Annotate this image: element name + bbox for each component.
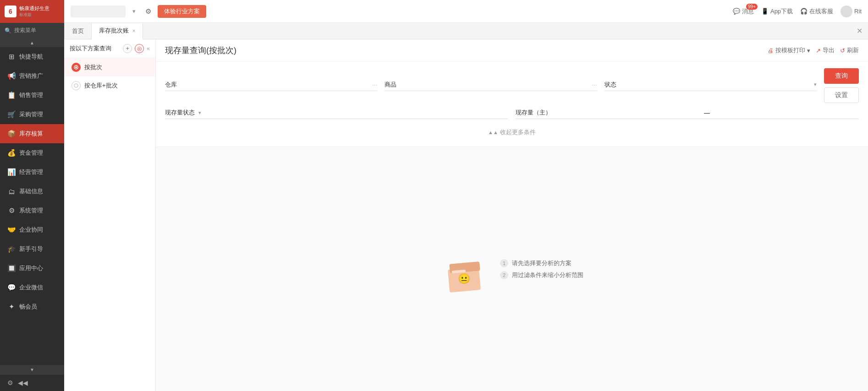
topbar-dropdown-btn[interactable]: ▾ [129, 7, 138, 16]
user-profile-btn[interactable]: Rit [841, 5, 862, 17]
stock-quantity-min[interactable] [555, 109, 700, 116]
sidebar-item-inventory[interactable]: 📦 库存核算 [0, 124, 64, 143]
quick-nav-icon: ⊞ [7, 53, 16, 61]
sidebar-item-system[interactable]: ⚙ 系统管理 [0, 201, 64, 220]
marketing-icon: 📢 [7, 72, 16, 80]
sidebar-item-member[interactable]: ✦ 畅会员 [0, 297, 64, 316]
settings-button[interactable]: 设置 [824, 87, 859, 103]
warehouse-dots[interactable]: ··· [372, 81, 378, 88]
empty-hints: 1 请先选择要分析的方案 2 用过滤条件来缩小分析范围 [500, 257, 583, 281]
hint-text-2: 用过滤条件来缩小分析范围 [512, 269, 583, 281]
panel-close-btn[interactable]: ✕ [851, 27, 868, 35]
basic-icon: 🗂 [7, 188, 16, 196]
scroll-down-btn[interactable]: ▼ [0, 365, 64, 374]
refresh-btn[interactable]: ↺ 刷新 [840, 46, 859, 54]
warehouse-label: 仓库 [165, 81, 177, 89]
tabbar: 首页 库存批次账 × ✕ [64, 23, 868, 39]
settings-icon[interactable]: ⚙ [7, 379, 13, 386]
topbar-gear-btn[interactable]: ⚙ [142, 5, 154, 17]
app-logo: 6 [5, 5, 16, 17]
left-panel-actions: + ◎ « [123, 44, 150, 53]
print-btn[interactable]: 🖨 按模板打印 ▾ [768, 46, 810, 54]
status-filter[interactable]: 状态 ▾ [604, 81, 817, 91]
export-label: 导出 [823, 46, 835, 54]
message-icon: 💬 [733, 8, 740, 15]
sidebar-item-label: 企业协同 [19, 226, 43, 234]
plan-outline-icon [71, 81, 81, 90]
svg-point-1 [75, 66, 77, 68]
left-panel-header: 按以下方案查询 + ◎ « [64, 39, 155, 58]
home-tab-label: 首页 [72, 27, 84, 35]
sidebar-item-label: 库存核算 [19, 130, 43, 138]
sidebar-item-apps[interactable]: 🔲 应用中心 [0, 259, 64, 278]
page-actions: 🖨 按模板打印 ▾ ↗ 导出 ↺ 刷新 [768, 46, 859, 54]
online-service-btn[interactable]: 🎧 在线客服 [800, 7, 833, 16]
empty-state: 😐 1 请先选择要分析的方案 2 用过滤条件来缩小分析范围 [156, 147, 868, 391]
app-download-btn[interactable]: 📱 App下载 [761, 7, 793, 16]
apps-icon: 🔲 [7, 264, 16, 272]
print-label: 按模板打印 [775, 46, 805, 54]
sidebar-item-label: 销售管理 [19, 91, 43, 99]
hint-text-1: 请先选择要分析的方案 [512, 257, 571, 269]
sidebar-search[interactable]: 🔍 搜索菜单 [0, 23, 64, 38]
product-dots[interactable]: ··· [592, 81, 597, 88]
sidebar-item-sales[interactable]: 📋 销售管理 [0, 86, 64, 105]
add-plan-btn[interactable]: + [123, 44, 132, 53]
plan-item-by-batch[interactable]: 按批次 [64, 58, 155, 76]
sidebar-item-collab[interactable]: 🤝 企业协同 [0, 220, 64, 239]
sidebar: 6 畅康通好生意 标准版 🔍 搜索菜单 ▲ ⊞ 快捷导航 📢 营销推广 📋 销售… [0, 0, 64, 391]
sidebar-item-wechat[interactable]: 💬 企业微信 [0, 278, 64, 297]
collapse-sidebar-icon[interactable]: ◀◀ [18, 379, 28, 386]
tab-close-btn[interactable]: × [132, 28, 135, 33]
query-button[interactable]: 查询 [824, 68, 859, 84]
sidebar-item-operations[interactable]: 📊 经营管理 [0, 163, 64, 182]
status-input[interactable] [620, 81, 810, 88]
page-title: 现存量查询(按批次) [165, 45, 236, 56]
hint-num-2: 2 [500, 271, 508, 279]
collapse-more-btn[interactable]: ▲▲ 收起更多条件 [165, 125, 859, 140]
tab-home[interactable]: 首页 [64, 23, 92, 39]
stock-status-filter[interactable]: 现存量状态 ▾ [165, 109, 508, 119]
sidebar-item-basic[interactable]: 🗂 基础信息 [0, 182, 64, 201]
content-area: 按以下方案查询 + ◎ « 按批次 [64, 39, 868, 391]
svg-text:😐: 😐 [458, 272, 471, 285]
plan-by-batch-label: 按批次 [84, 63, 102, 71]
sidebar-header: 6 畅康通好生意 标准版 [0, 0, 64, 23]
scroll-up-btn[interactable]: ▲ [0, 38, 64, 47]
hint-num-1: 1 [500, 259, 508, 267]
product-input[interactable] [400, 81, 588, 88]
sidebar-item-label: 营销推广 [19, 72, 43, 80]
product-label: 商品 [385, 81, 396, 89]
filter-row-1: 仓库 ··· 商品 ··· 状态 ▾ 查询 [165, 68, 859, 103]
plan-by-warehouse-batch-label: 按仓库+批次 [84, 81, 118, 90]
plan-settings-btn[interactable]: ◎ [135, 44, 144, 53]
inventory-icon: 📦 [7, 130, 16, 138]
collapse-left-panel-btn[interactable]: « [147, 45, 150, 52]
sidebar-item-purchase[interactable]: 🛒 采购管理 [0, 105, 64, 124]
warehouse-input[interactable] [181, 81, 368, 88]
main-area: ▾ ⚙ 体验行业方案 💬 消息 99+ 📱 App下载 🎧 在线客服 Rit [64, 0, 868, 391]
user-name: Rit [854, 8, 862, 15]
sidebar-item-quick-nav[interactable]: ⊞ 快捷导航 [0, 47, 64, 66]
plan-item-by-warehouse-batch[interactable]: 按仓库+批次 [64, 76, 155, 95]
purchase-icon: 🛒 [7, 110, 16, 119]
trial-button[interactable]: 体验行业方案 [158, 5, 206, 18]
sidebar-item-marketing[interactable]: 📢 营销推广 [0, 66, 64, 86]
export-btn[interactable]: ↗ 导出 [816, 46, 835, 54]
sales-icon: 📋 [7, 91, 16, 99]
left-panel-title: 按以下方案查询 [70, 44, 111, 53]
user-avatar [841, 5, 852, 17]
warehouse-filter: 仓库 ··· [165, 81, 377, 91]
topbar-right: 💬 消息 99+ 📱 App下载 🎧 在线客服 Rit [733, 5, 862, 17]
tab-inventory-batch[interactable]: 库存批次账 × [92, 23, 143, 39]
stock-quantity-max[interactable] [714, 109, 859, 116]
sidebar-item-label: 经营管理 [19, 168, 43, 176]
sidebar-item-label: 系统管理 [19, 206, 43, 215]
messages-btn[interactable]: 💬 消息 99+ [733, 7, 754, 16]
online-service-label: 在线客服 [809, 7, 833, 16]
member-icon: ✦ [7, 303, 16, 311]
topbar-search-box [71, 5, 126, 17]
sidebar-item-guide[interactable]: 🎓 新手引导 [0, 239, 64, 259]
sidebar-item-finance[interactable]: 💰 资金管理 [0, 143, 64, 163]
sidebar-item-label: 快捷导航 [19, 53, 43, 61]
